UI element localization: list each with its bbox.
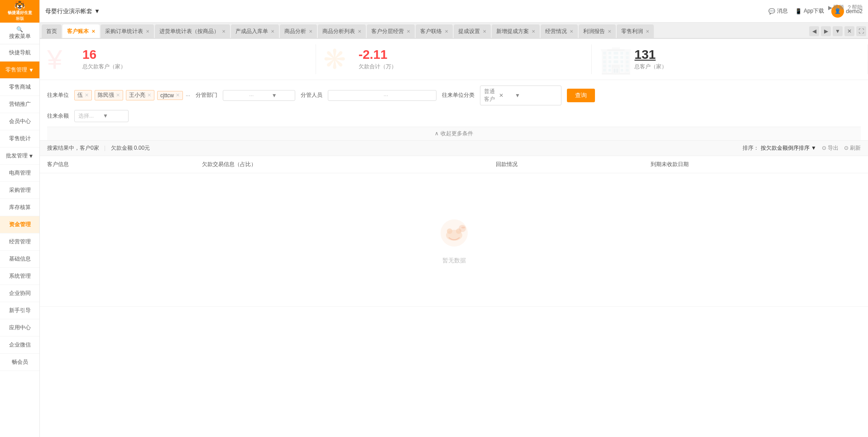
category-tag-close[interactable]: ✕ xyxy=(499,92,512,99)
balance-filter-label: 往来余额 xyxy=(47,112,69,120)
tab-operations-close[interactable]: ✕ xyxy=(570,29,573,34)
sort-dropdown-icon: ▼ xyxy=(811,145,816,151)
tab-scroll-left[interactable]: ◀ xyxy=(809,26,819,36)
tab-customer-ledger-close[interactable]: ✕ xyxy=(91,29,95,34)
tab-purchase-close[interactable]: ✕ xyxy=(146,29,149,34)
tab-purchase-goods-label: 进货单统计表（按商品） xyxy=(159,28,219,35)
collapse-label: 收起更多条件 xyxy=(441,130,473,138)
col-customer-info: 客户信息 xyxy=(40,156,195,173)
sidebar-item-collab[interactable]: 企业协同 xyxy=(0,285,39,302)
tab-purchase-order-stats-label: 采购订单统计表 xyxy=(105,28,143,35)
quick-nav-label: 快捷导航 xyxy=(0,49,39,57)
tab-commission-settings[interactable]: 提成设置 ✕ xyxy=(454,24,491,38)
header-left: 母婴行业演示帐套 ▼ xyxy=(45,7,100,15)
dept-filter-label: 分管部门 xyxy=(196,91,217,99)
appcenter-label: 应用中心 xyxy=(0,324,39,332)
tab-product-analysis-close[interactable]: ✕ xyxy=(309,29,312,34)
col-due-date: 到期未收款日期 xyxy=(643,156,868,173)
sidebar: 🐯 畅捷通好生意 标版 🔍 搜索菜单 快捷导航 零售管理 ▼ 零售商城 营销推广… xyxy=(0,0,40,437)
tab-new-commission[interactable]: 新增提成方案 ✕ xyxy=(492,24,540,38)
tab-product-in-close[interactable]: ✕ xyxy=(271,29,274,34)
sidebar-item-ecommerce[interactable]: 电商管理 xyxy=(0,165,39,182)
tab-menu[interactable]: ▼ xyxy=(833,26,843,36)
logo-icon: 🐯 xyxy=(14,1,25,10)
tab-profit-report[interactable]: 利润报告 ✕ xyxy=(579,24,616,38)
tab-product-analysis[interactable]: 商品分析 ✕ xyxy=(280,24,317,38)
member-label: 会员中心 xyxy=(0,118,39,125)
tab-scroll-right[interactable]: ▶ xyxy=(821,26,831,36)
unit-filter-tags: 伍 ✕ 陈民强 ✕ 王小亮 ✕ cjttcw ✕ ··· xyxy=(74,90,190,100)
sidebar-item-system[interactable]: 系统管理 xyxy=(0,268,39,285)
collapse-icon: ∧ xyxy=(435,130,439,137)
tab-customer-contact[interactable]: 客户联络 ✕ xyxy=(416,24,453,38)
tab-retail-profit-close[interactable]: ✕ xyxy=(646,29,649,34)
stat2-label: 欠款合计（万） xyxy=(359,63,397,71)
tab-profit-report-close[interactable]: ✕ xyxy=(608,29,611,34)
query-button[interactable]: 查询 xyxy=(567,89,595,102)
store-selector[interactable]: 母婴行业演示帐套 ▼ xyxy=(45,7,100,15)
tab-customer-tier-close[interactable]: ✕ xyxy=(407,29,410,34)
tab-customer-tier-label: 客户分层经营 xyxy=(371,28,404,35)
sidebar-item-retail-mgmt[interactable]: 零售管理 ▼ xyxy=(0,62,39,79)
sidebar-item-member2[interactable]: 畅会员 xyxy=(0,354,39,371)
sidebar-item-inventory[interactable]: 库存核算 xyxy=(0,199,39,216)
sidebar-item-quick-nav[interactable]: 快捷导航 xyxy=(0,44,39,62)
message-btn[interactable]: 💬 消息 xyxy=(768,7,788,15)
dept-dropdown-icon: ▼ xyxy=(272,92,291,99)
sidebar-item-purchase[interactable]: 采购管理 xyxy=(0,182,39,199)
tab-expand[interactable]: ⛶ xyxy=(856,26,866,36)
sidebar-item-guide[interactable]: 新手引导 xyxy=(0,302,39,319)
basic-info-label: 基础信息 xyxy=(0,255,39,263)
store-name: 母婴行业演示帐套 xyxy=(45,7,92,15)
export-btn[interactable]: ⊙ 导出 xyxy=(822,144,839,152)
app-logo: 🐯 畅捷通好生意 标版 xyxy=(0,0,39,23)
tab-product-analysis-list[interactable]: 商品分析列表 ✕ xyxy=(318,24,366,38)
balance-select[interactable]: 选择... ▼ xyxy=(74,110,129,122)
tab-commission-settings-close[interactable]: ✕ xyxy=(483,29,486,34)
ecommerce-label: 电商管理 xyxy=(0,169,39,177)
tab-customer-ledger[interactable]: 客户账本 ✕ xyxy=(62,24,100,38)
tab-operations[interactable]: 经营情况 ✕ xyxy=(541,24,578,38)
more-tags-btn[interactable]: ··· xyxy=(186,92,190,99)
balance-placeholder: 选择... xyxy=(78,112,100,120)
tag-wu-close[interactable]: ✕ xyxy=(85,92,89,98)
tab-product-in[interactable]: 产成品入库单 ✕ xyxy=(231,24,279,38)
sidebar-item-retail-stats[interactable]: 零售统计 xyxy=(0,130,39,147)
result-text: 搜索结果中，客户0家 xyxy=(47,145,99,151)
tag-cjttcw-close[interactable]: ✕ xyxy=(176,92,180,98)
category-select[interactable]: 普通客户 ✕ ▼ xyxy=(480,86,561,105)
tab-customer-tier[interactable]: 客户分层经营 ✕ xyxy=(367,24,415,38)
sidebar-item-basic-info[interactable]: 基础信息 xyxy=(0,251,39,268)
app-download-btn[interactable]: 📱 App下载 xyxy=(795,7,824,15)
sidebar-item-retail-mall[interactable]: 零售商城 xyxy=(0,79,39,96)
sidebar-item-finance[interactable]: 资金管理 xyxy=(0,216,39,233)
tab-new-commission-close[interactable]: ✕ xyxy=(532,29,535,34)
dept-select[interactable]: ··· ▼ xyxy=(223,90,295,101)
sidebar-search[interactable]: 🔍 搜索菜单 xyxy=(0,23,39,44)
sidebar-item-member[interactable]: 会员中心 xyxy=(0,113,39,130)
category-tag-value: 普通客户 xyxy=(484,88,497,103)
tab-close-all[interactable]: ✕ xyxy=(844,26,854,36)
collapse-btn[interactable]: ∧ 收起更多条件 xyxy=(47,127,861,140)
refresh-btn[interactable]: ⊙ 刷新 xyxy=(844,144,861,152)
stat3-bg-icon: 🏢 xyxy=(599,44,633,74)
col-overdue-info: 欠款交易信息（占比） xyxy=(195,156,489,173)
tag-wang-close[interactable]: ✕ xyxy=(147,92,151,98)
sort-select[interactable]: 按欠款金额倒序排序 ▼ xyxy=(761,144,816,152)
sidebar-item-weixin[interactable]: 企业微信 xyxy=(0,337,39,354)
stat3-value: 131 xyxy=(634,48,667,62)
tab-purchase-order-stats[interactable]: 采购订单统计表 ✕ xyxy=(101,24,154,38)
tab-product-analysis-list-close[interactable]: ✕ xyxy=(358,29,361,34)
tag-chen-close[interactable]: ✕ xyxy=(116,92,120,98)
tab-purchase-goods-stats[interactable]: 进货单统计表（按商品） ✕ xyxy=(155,24,230,38)
tab-home[interactable]: 首页 xyxy=(42,24,62,38)
tab-customer-contact-close[interactable]: ✕ xyxy=(445,29,448,34)
tab-commission-settings-label: 提成设置 xyxy=(458,28,480,35)
person-select[interactable]: ··· xyxy=(328,90,436,101)
sidebar-item-marketing[interactable]: 营销推广 xyxy=(0,96,39,113)
tab-purchase-goods-close[interactable]: ✕ xyxy=(222,29,225,34)
sidebar-item-wholesale[interactable]: 批发管理 ▼ xyxy=(0,147,39,165)
tab-retail-profit[interactable]: 零售利润 ✕ xyxy=(617,24,654,38)
sidebar-item-appcenter[interactable]: 应用中心 xyxy=(0,319,39,337)
sidebar-item-operations[interactable]: 经营管理 xyxy=(0,233,39,251)
